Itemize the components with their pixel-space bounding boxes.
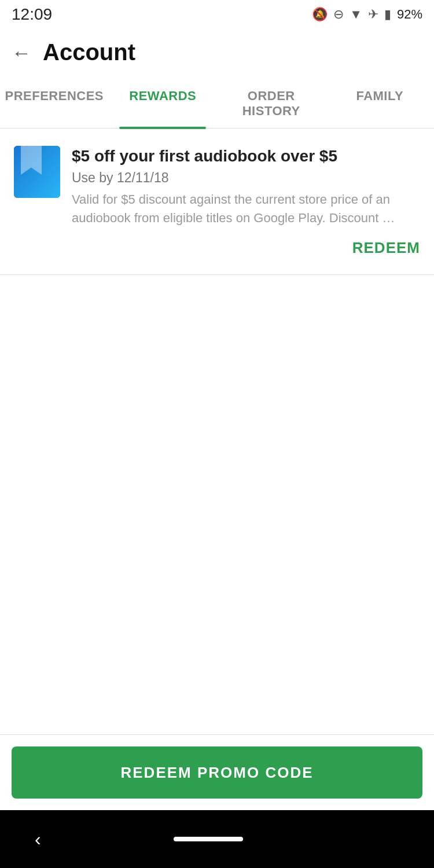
content-spacer [0,275,434,734]
tab-rewards[interactable]: REWARDS [109,76,218,128]
nav-back-button[interactable]: ‹ [35,829,41,850]
do-not-disturb-icon: ⊖ [333,7,344,22]
tab-order-history[interactable]: ORDER HISTORY [217,76,326,128]
header: ← Account [0,29,434,76]
reward-info: $5 off your first audiobook over $5 Use … [72,146,420,227]
status-bar: 12:09 🔕 ⊖ ▼ ✈ ▮ 92% [0,0,434,29]
tab-preferences[interactable]: PREFERENCES [0,76,109,128]
redeem-promo-button[interactable]: REDEEM PROMO CODE [12,746,422,799]
redeem-button[interactable]: REDEEM [352,239,420,257]
airplane-icon: ✈ [368,7,378,22]
bottom-divider [0,734,434,735]
nav-home-pill[interactable] [174,837,243,841]
reward-actions: REDEEM [14,239,420,257]
status-time: 12:09 [12,5,52,24]
battery-level: 92% [397,7,422,22]
bottom-nav-bar: ‹ [0,810,434,868]
status-icons: 🔕 ⊖ ▼ ✈ ▮ 92% [312,7,422,22]
page-title: Account [43,39,135,65]
mute-icon: 🔕 [312,7,328,22]
bookmark-icon [21,146,42,175]
reward-description: Valid for $5 discount against the curren… [72,190,420,227]
back-button[interactable]: ← [12,43,31,62]
wifi-icon: ▼ [350,7,362,22]
reward-expiry: Use by 12/11/18 [72,170,420,186]
tab-bar: PREFERENCES REWARDS ORDER HISTORY FAMILY [0,76,434,128]
battery-icon: ▮ [384,7,391,22]
reward-icon [14,146,60,198]
reward-card: $5 off your first audiobook over $5 Use … [0,128,434,275]
reward-top: $5 off your first audiobook over $5 Use … [14,146,420,227]
reward-title: $5 off your first audiobook over $5 [72,146,420,167]
tab-family[interactable]: FAMILY [326,76,435,128]
